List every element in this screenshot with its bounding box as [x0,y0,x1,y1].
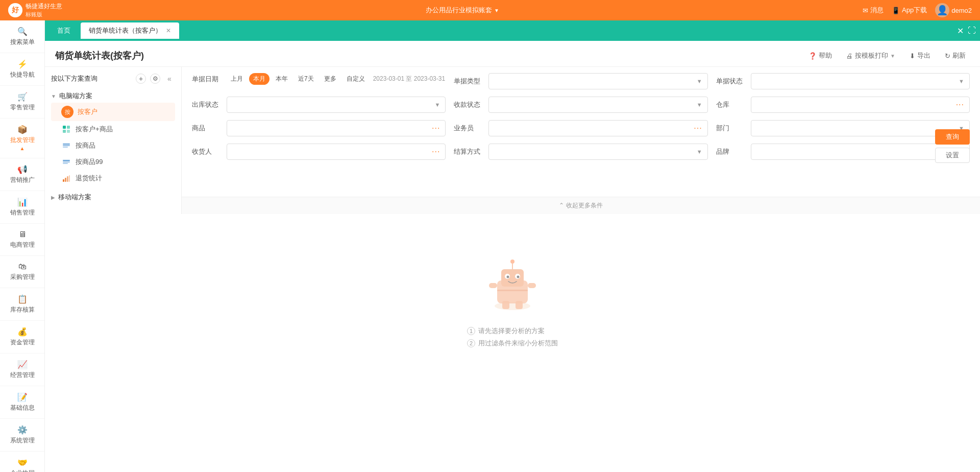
sidebar-item-finance[interactable]: 💰 资金管理 [0,321,44,353]
svg-rect-0 [63,126,66,129]
expand-icon2: ▶ [51,195,55,200]
goods-select[interactable]: ··· [227,120,446,136]
scheme-item-customer-goods[interactable]: 按客户+商品 [51,121,175,137]
page-content: 销货单统计表(按客户) ❓ 帮助 🖨 按模板打印 ▼ ⬇ [45,41,980,472]
empty-tip-2: 2 用过滤条件来缩小分析范围 [467,339,558,348]
sidebar-item-retail[interactable]: 🛒 零售管理 [0,86,44,119]
template-print-btn[interactable]: 🖨 按模板打印 ▼ [842,49,899,62]
sidebar-item-search-menu[interactable]: 🔍 搜索菜单 [0,20,44,53]
expand-icon: ▼ [51,93,56,99]
collapse-icon: ⌃ [559,202,564,209]
svg-rect-9 [63,163,68,164]
sidebar-item-wholesale[interactable]: 📦 批发管理 ▲ [0,119,44,158]
quick-nav-icon: ⚡ [4,59,40,69]
help-btn[interactable]: ❓ 帮助 [804,49,836,62]
svg-rect-27 [497,290,528,291]
filter-item-order-status: 单据状态 ▼ [716,73,970,89]
marketing-icon: 📢 [4,164,40,174]
out-status-select[interactable]: ▼ [227,97,446,113]
sidebar-item-cooperation[interactable]: 🤝 企业协同 [0,452,44,472]
svg-rect-23 [489,283,497,288]
settlement-select[interactable]: ▼ [488,144,707,160]
collect-status-select[interactable]: ▼ [488,97,707,113]
refresh-btn[interactable]: ↻ 刷新 [941,49,970,62]
sidebar-item-operations[interactable]: 📈 经营管理 [0,353,44,386]
query-btn[interactable]: 查询 [935,129,970,145]
scheme-group-mobile: ▶ 移动端方案 [51,191,175,204]
svg-point-22 [510,259,514,264]
refresh-icon: ↻ [945,52,950,60]
sidebar-item-quick-nav[interactable]: ⚡ 快捷导航 [0,53,44,86]
date-tab-this-month[interactable]: 本月 [249,73,270,85]
scheme-item-by-goods[interactable]: 按商品 [51,137,175,154]
chevron-down-icon4: ▼ [697,102,702,108]
page-actions: ❓ 帮助 🖨 按模板打印 ▼ ⬇ 导出 ↻ [804,49,970,62]
receiver-select[interactable]: ··· [227,144,446,160]
dots-icon3: ··· [694,124,702,133]
sidebar-item-marketing[interactable]: 📢 营销推广 [0,158,44,191]
sidebar-item-inventory[interactable]: 📋 库存核算 [0,288,44,321]
svg-point-19 [507,276,509,278]
svg-rect-24 [528,283,536,288]
chevron-down-icon2: ▼ [959,78,964,84]
salesperson-select[interactable]: ··· [488,120,707,136]
sidebar: 🔍 搜索菜单 ⚡ 快捷导航 🛒 零售管理 📦 批发管理 ▲ 📢 营销推广 � [0,20,45,472]
empty-tip-1: 1 请先选择要分析的方案 [467,326,558,336]
sidebar-item-sales[interactable]: 📊 销售管理 [0,191,44,224]
svg-rect-7 [63,160,70,161]
date-tab-custom[interactable]: 自定义 [342,73,369,85]
sidebar-item-ecommerce[interactable]: 🖥 电商管理 [0,224,44,256]
avatar: 👤 [935,3,949,17]
scheme-group-header-mobile[interactable]: ▶ 移动端方案 [51,191,175,204]
print-icon: 🖨 [846,52,853,60]
scheme-add-btn[interactable]: + [135,73,146,84]
tab-close-all-icon[interactable]: ✕ [957,26,964,36]
tab-sales-stat[interactable]: 销货单统计表（按客户） ✕ [81,22,179,39]
date-tab-this-year[interactable]: 本年 [272,73,292,85]
date-tab-last-month[interactable]: 上月 [227,73,247,85]
scheme-icon3 [61,157,71,167]
basics-icon: 📝 [4,392,40,402]
tab-bar: 首页 销货单统计表（按客户） ✕ ✕ ⛶ [45,20,980,41]
chevron-down-icon3: ▼ [434,102,440,108]
scheme-icon4 [61,173,71,183]
scheme-settings-btn[interactable]: ⚙ [150,73,161,84]
message-btn[interactable]: ✉ 消息 [863,6,884,15]
date-tab-7days[interactable]: 近7天 [294,73,318,85]
cooperation-icon: 🤝 [4,458,40,467]
scheme-item-by-goods-99[interactable]: 按商品99 [51,154,175,170]
user-menu[interactable]: 👤 demo2 [935,3,972,17]
collapse-bar[interactable]: ⌃ 收起更多条件 [182,197,980,214]
svg-rect-1 [67,126,70,129]
sidebar-item-basics[interactable]: 📝 基础信息 [0,386,44,419]
date-tab-more[interactable]: 更多 [320,73,340,85]
main-layout: 🔍 搜索菜单 ⚡ 快捷导航 🛒 零售管理 📦 批发管理 ▲ 📢 营销推广 � [0,20,980,472]
chevron-down-icon: ▼ [697,78,702,84]
chevron-down-icon: ▼ [890,53,895,59]
filter-item-department: 部门 ▼ [716,120,970,136]
export-icon: ⬇ [910,52,915,60]
industry-selector[interactable]: 办公用品行业模拟账套 ▼ [426,6,499,15]
tab-maximize-icon[interactable]: ⛶ [968,26,976,36]
filter-item-order-type: 单据类型 ▼ [454,73,707,89]
date-filter-controls: 上月 本月 本年 近7天 更多 自定义 2023-03-01 至 2023-03… [227,73,445,85]
svg-rect-8 [63,161,70,162]
scheme-group-header-desktop[interactable]: ▼ 电脑端方案 [51,89,175,103]
scheme-item-return-stat[interactable]: 退货统计 [51,170,175,186]
scheme-collapse-btn[interactable]: « [164,73,175,84]
svg-rect-4 [63,144,70,145]
sidebar-item-system[interactable]: ⚙️ 系统管理 [0,419,44,452]
inventory-icon: 📋 [4,294,40,304]
order-type-select[interactable]: ▼ [488,73,707,89]
settings-btn[interactable]: 设置 [935,148,970,163]
tab-close-btn[interactable]: ✕ [166,27,171,34]
scheme-item-by-customer[interactable]: 按 按客户 [51,103,175,121]
export-btn[interactable]: ⬇ 导出 [905,49,935,62]
message-icon: ✉ [863,7,868,14]
warehouse-select[interactable]: ··· [751,97,970,113]
tab-home[interactable]: 首页 [49,22,79,39]
app-download-btn[interactable]: 📱 App下载 [892,6,927,15]
order-status-select[interactable]: ▼ [751,73,970,89]
sidebar-item-purchase[interactable]: 🛍 采购管理 [0,256,44,288]
svg-rect-11 [65,178,66,182]
